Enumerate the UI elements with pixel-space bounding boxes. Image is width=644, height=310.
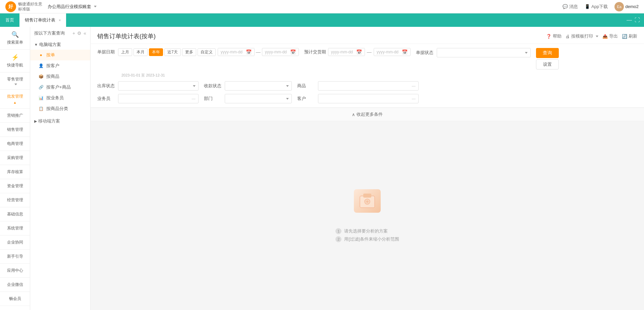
refresh-button[interactable]: 🔄 刷新 — [622, 33, 637, 39]
svg-rect-2 — [363, 194, 371, 198]
customer-ellipsis-icon[interactable]: ··· — [412, 96, 416, 101]
content-area: 销售订单统计表(按单) ❓ 帮助 🖨 按模板打印 📤 导出 🔄 刷新 — [91, 27, 644, 310]
department-filter: 部门 — [204, 94, 292, 103]
sidebar-item-search[interactable]: 🔍 搜索菜单 — [0, 27, 30, 50]
this-year-button[interactable]: 本年 — [149, 48, 163, 56]
print-button[interactable]: 🖨 按模板打印 — [566, 33, 598, 39]
sidebar-item-marketing[interactable]: 营销推广 — [0, 109, 30, 123]
chevron-down-icon — [14, 84, 17, 85]
scheme-group-mobile-header[interactable]: ▶ 移动端方案 — [30, 116, 90, 126]
export-icon: 📤 — [602, 34, 608, 39]
expected-delivery-start-input[interactable]: yyyy-mm-dd 📅 — [328, 48, 365, 56]
search-button[interactable]: 查询 — [536, 48, 559, 58]
settings-button[interactable]: 设置 — [536, 59, 559, 69]
help-icon: ❓ — [546, 34, 551, 39]
top-bar-left: 好 畅捷通好生意 标准版 办公用品行业模拟账套 — [5, 1, 99, 12]
date-start-input[interactable]: yyyy-mm-dd 📅 — [218, 48, 255, 56]
logo-icon: 好 — [5, 1, 16, 12]
scheme-item-by-customer[interactable]: 👤 按客户 — [30, 60, 90, 71]
payment-status-chevron-icon — [286, 85, 289, 87]
industry-selector[interactable]: 办公用品行业模拟账套 — [45, 2, 99, 11]
sidebar-item-wholesale[interactable]: 批发管理 ▲ — [0, 90, 30, 109]
collapse-panel-button[interactable]: « — [84, 31, 86, 36]
logo-text: 畅捷通好生意 标准版 — [18, 2, 42, 11]
export-button[interactable]: 📤 导出 — [602, 33, 618, 39]
sidebar-item-vip[interactable]: 畅会员 — [0, 292, 30, 306]
scheme-item-by-category[interactable]: 📋 按商品分类 — [30, 103, 90, 114]
empty-tips: 1 请先选择要分析的方案 2 用[过滤]条件来缩小分析范围 — [335, 228, 399, 242]
sidebar-item-inventory[interactable]: 库存核算 — [0, 165, 30, 179]
custom-button[interactable]: 自定义 — [198, 48, 216, 56]
tab-home[interactable]: 首页 — [0, 13, 19, 27]
tip-num-2: 2 — [335, 236, 341, 242]
expected-delivery-filter: 预计交货期 yyyy-mm-dd 📅 — yyyy-mm-dd 📅 — [304, 48, 411, 56]
empty-state: 1 请先选择要分析的方案 2 用[过滤]条件来缩小分析范围 — [91, 121, 644, 310]
last-month-button[interactable]: 上月 — [118, 48, 132, 56]
sidebar-item-weixin[interactable]: 企业微信 — [0, 278, 30, 292]
page-title: 销售订单统计表(按单) — [97, 32, 156, 40]
left-panel: 按以下方案查询 + ⚙ « ▼ 电脑端方案 ● 按单 👤 按客户 📦 按 — [30, 27, 91, 310]
by-goods-icon: 📦 — [38, 74, 44, 79]
this-month-button[interactable]: 本月 — [133, 48, 148, 56]
sidebar-item-quick-nav[interactable]: ⚡ 快捷导航 — [0, 50, 30, 72]
by-customer-goods-icon: 🔗 — [38, 85, 44, 90]
expected-delivery-label: 预计交货期 — [304, 49, 326, 55]
payment-status-select[interactable] — [225, 81, 292, 91]
goods-ellipsis-icon[interactable]: ··· — [412, 83, 416, 89]
expected-delivery-end-input[interactable]: yyyy-mm-dd 📅 — [374, 48, 411, 56]
date-range-display: 2023-01-01 至 2023-12-31 — [121, 73, 165, 78]
search-icon: 🔍 — [11, 31, 19, 38]
date-end-input[interactable]: yyyy-mm-dd 📅 — [262, 48, 299, 56]
scheme-group-pc-header[interactable]: ▼ 电脑端方案 — [30, 40, 90, 50]
user-area[interactable]: Ea demo2 — [614, 2, 639, 11]
filter-row-3: 业务员 ··· 部门 客户 — [97, 94, 637, 103]
app-download-button[interactable]: 📱 App下载 — [585, 4, 608, 10]
sidebar-item-finance[interactable]: 资金管理 — [0, 179, 30, 193]
sidebar-item-system[interactable]: 系统管理 — [0, 221, 30, 236]
sidebar-item-purchase[interactable]: 采购管理 — [0, 151, 30, 165]
salesperson-input[interactable]: ··· — [118, 94, 199, 103]
delivery-status-select[interactable] — [118, 81, 199, 91]
quick-nav-icon: ⚡ — [11, 54, 19, 61]
sidebar-item-basic[interactable]: 基础信息 — [0, 207, 30, 221]
salesperson-ellipsis-icon[interactable]: ··· — [192, 96, 196, 101]
add-scheme-button[interactable]: + — [72, 31, 75, 36]
scheme-item-by-order[interactable]: ● 按单 — [30, 50, 90, 60]
date-range: yyyy-mm-dd 📅 — yyyy-mm-dd 📅 — [218, 48, 299, 56]
download-icon: 📱 — [585, 4, 590, 9]
tab-active[interactable]: 销售订单统计表 × — [19, 13, 66, 27]
sidebar-item-guide[interactable]: 新手引导 — [0, 250, 30, 264]
message-button[interactable]: 💬 消息 — [562, 4, 578, 10]
empty-tip-2: 2 用[过滤]条件来缩小分析范围 — [335, 236, 399, 242]
goods-input[interactable]: ··· — [318, 81, 419, 91]
doc-status-select[interactable] — [437, 48, 531, 57]
goods-filter: 商品 ··· — [297, 81, 419, 91]
collapse-bar: ∧ 收起更多条件 — [91, 108, 644, 121]
tab-minimize-button[interactable]: — — [627, 17, 632, 23]
settings-scheme-button[interactable]: ⚙ — [77, 31, 82, 36]
scheme-item-by-goods[interactable]: 📦 按商品 — [30, 71, 90, 82]
filter-row-2: 出库状态 收款状态 商品 — [97, 81, 637, 91]
scheme-item-by-salesperson[interactable]: 📊 按业务员 — [30, 93, 90, 103]
empty-tip-1: 1 请先选择要分析的方案 — [335, 228, 399, 234]
last-7-days-button[interactable]: 近7天 — [164, 48, 181, 56]
page-actions: ❓ 帮助 🖨 按模板打印 📤 导出 🔄 刷新 — [546, 33, 637, 39]
scheme-item-by-customer-goods[interactable]: 🔗 按客户+商品 — [30, 82, 90, 93]
sidebar-item-ecommerce[interactable]: 电商管理 — [0, 137, 30, 151]
chevron-down-icon — [94, 6, 97, 7]
tab-maximize-button[interactable]: ⛶ — [635, 17, 640, 23]
sidebar-item-enterprise[interactable]: 企业协同 — [0, 236, 30, 250]
customer-input[interactable]: ··· — [318, 94, 419, 103]
doc-status-chevron-icon — [525, 52, 528, 54]
department-select[interactable] — [225, 94, 292, 103]
sidebar-item-sales[interactable]: 销售管理 — [0, 123, 30, 137]
sidebar-item-operations[interactable]: 经营管理 — [0, 193, 30, 207]
help-button[interactable]: ❓ 帮助 — [546, 33, 561, 39]
department-label: 部门 — [204, 96, 223, 102]
tip-num-1: 1 — [335, 228, 341, 234]
sidebar-item-retail[interactable]: 零售管理 — [0, 72, 30, 90]
more-button[interactable]: 更多 — [182, 48, 196, 56]
sidebar-item-app-center[interactable]: 应用中心 — [0, 264, 30, 278]
collapse-button[interactable]: ∧ 收起更多条件 — [348, 110, 387, 119]
tab-close-icon[interactable]: × — [59, 18, 61, 22]
